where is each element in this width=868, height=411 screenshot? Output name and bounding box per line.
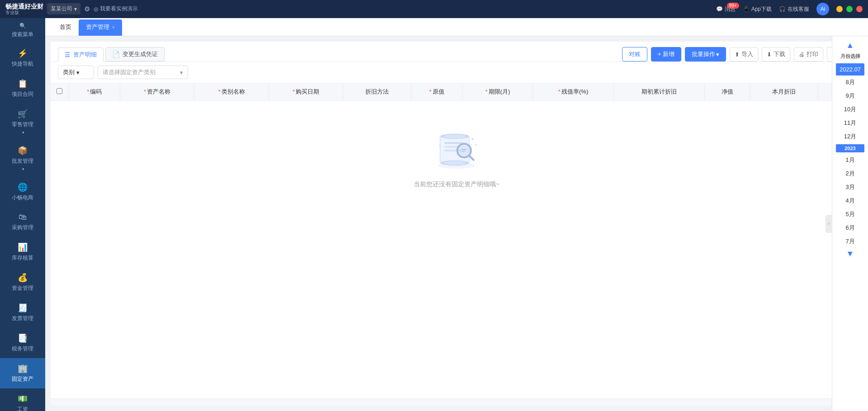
assets-table: *编码 *资产名称 *类别名称 *购买日期	[51, 83, 863, 216]
month-item-12[interactable]: 12月	[832, 130, 868, 143]
sidebar-label-tax: 税务管理	[12, 345, 33, 353]
sidebar-item-purchase[interactable]: 🛍 采购管理	[0, 207, 45, 237]
arrow-icon: ▾	[22, 130, 24, 135]
month-item-2023-4[interactable]: 4月	[832, 194, 868, 208]
toolbar-right: 对账 + 新增 批量操作 ▾ ⬆ 导入	[622, 47, 855, 61]
month-item-8[interactable]: 8月	[832, 76, 868, 89]
tab-close-icon[interactable]: ×	[112, 25, 115, 30]
category-input[interactable]: 请选择固定资产类别 ▾	[98, 66, 188, 79]
bottom-scrollbar[interactable]	[51, 398, 863, 406]
empty-state: ✦ ✦ ✦ 当前您还没有固定资产明细哦~	[51, 101, 863, 216]
svg-text:✦: ✦	[471, 137, 474, 141]
sidebar-item-tax[interactable]: 📑 税务管理	[0, 328, 45, 358]
category-select[interactable]: 类别 ▾	[58, 66, 94, 79]
import-button[interactable]: ⬆ 导入	[730, 47, 758, 61]
settings-icon[interactable]: ⚙	[84, 5, 90, 13]
svg-rect-14	[462, 151, 465, 152]
sidebar-item-fixed-assets[interactable]: 🏢 固定资产	[0, 358, 45, 388]
month-panel-up-button[interactable]: ▲	[832, 40, 868, 51]
tab-bar: 首页 资产管理 ×	[45, 18, 868, 36]
month-item-current[interactable]: 2022.07	[836, 63, 864, 76]
window-controls	[836, 6, 863, 12]
maximize-button[interactable]	[846, 6, 853, 12]
demo-button[interactable]: ◎ 我要看实例演示	[94, 5, 138, 13]
sidebar-item-inventory[interactable]: 📊 库存核算	[0, 237, 45, 267]
top-bar-right: 💬 消息 99+ 📱 App下载 🎧 在线客服 Ai	[716, 3, 829, 15]
payroll-icon: 💵	[18, 394, 28, 404]
sidebar-item-payroll[interactable]: 💵 工资	[0, 388, 45, 411]
subtab-change-voucher-label: 变更生成凭证	[123, 50, 158, 58]
sidebar-label-fixed-assets: 固定资产	[12, 375, 33, 383]
subtab-asset-detail[interactable]: ☰ 资产明细	[58, 47, 104, 62]
sidebar-item-retail[interactable]: 🛒 零售管理 ▾	[0, 104, 45, 140]
app-download-button[interactable]: 📱 App下载	[743, 5, 772, 13]
col-original-value: *原值	[411, 83, 462, 101]
messages-badge: 99+	[727, 3, 739, 9]
filter-bar: 类别 ▾ 请选择固定资产类别 ▾	[51, 62, 863, 83]
month-item-2023-3[interactable]: 3月	[832, 180, 868, 194]
tax-icon: 📑	[18, 333, 28, 343]
sidebar-item-quicknav[interactable]: ⚡ 快捷导航	[0, 43, 45, 73]
subtab-change-voucher[interactable]: 📄 变更生成凭证	[105, 47, 165, 61]
tab-asset-management[interactable]: 资产管理 ×	[79, 19, 122, 36]
sidebar-label-inventory: 库存核算	[12, 254, 33, 262]
month-item-2023-5[interactable]: 5月	[832, 208, 868, 221]
category-arrow-icon: ▾	[76, 69, 80, 76]
col-accumulated-depreciation: 期初累计折旧	[613, 83, 704, 101]
select-all-checkbox[interactable]	[57, 88, 62, 94]
month-item-9[interactable]: 9月	[832, 89, 868, 103]
sidebar-label-payroll: 工资	[17, 406, 28, 411]
col-depreciation-method: 折旧方法	[343, 83, 411, 101]
month-item-2023-6[interactable]: 6月	[832, 221, 868, 235]
empty-state-cell: ✦ ✦ ✦ 当前您还没有固定资产明细哦~	[51, 101, 863, 216]
company-selector[interactable]: 某某公司 ▾	[47, 3, 80, 14]
search-icon: 🔍	[19, 23, 26, 29]
month-item-2023-1[interactable]: 1月	[832, 153, 868, 167]
tab-asset-label: 资产管理	[86, 23, 109, 31]
minimize-button[interactable]	[836, 6, 843, 12]
category-placeholder: 请选择固定资产类别	[103, 68, 156, 76]
demo-label: 我要看实例演示	[100, 5, 138, 13]
batch-ops-button[interactable]: 批量操作 ▾	[685, 47, 726, 61]
batch-dropdown-icon: ▾	[716, 51, 719, 58]
svg-rect-3	[444, 142, 463, 144]
reconcile-button[interactable]: 对账	[622, 47, 647, 61]
download-icon: ⬇	[767, 51, 772, 58]
close-button[interactable]	[856, 6, 863, 12]
add-button[interactable]: + 新增	[651, 47, 681, 61]
month-item-10[interactable]: 10月	[832, 103, 868, 116]
month-item-2023-7[interactable]: 7月	[832, 235, 868, 248]
download-icon: 📱	[743, 6, 750, 12]
print-button[interactable]: 🖨 打印	[794, 47, 823, 61]
sidebar-item-finance[interactable]: 💰 资金管理	[0, 267, 45, 298]
month-item-2023-2[interactable]: 2月	[832, 167, 868, 180]
user-avatar[interactable]: Ai	[816, 3, 829, 15]
month-item-11[interactable]: 11月	[832, 116, 868, 130]
tab-home[interactable]: 首页	[52, 19, 79, 36]
sidebar-item-search[interactable]: 🔍 搜索菜单	[0, 18, 45, 43]
subtab-asset-detail-label: 资产明细	[73, 51, 97, 59]
current-month-label: 2022.07	[840, 66, 861, 73]
empty-text: 当前您还没有固定资产明细哦~	[414, 180, 500, 189]
messages-button[interactable]: 💬 消息 99+	[716, 5, 736, 13]
month-panel-down-button[interactable]: ▼	[832, 248, 868, 260]
sidebar-label-retail: 零售管理	[12, 121, 33, 128]
sidebar-item-ecom[interactable]: 🌐 小畅电商	[0, 177, 45, 207]
checkbox-header[interactable]	[51, 83, 69, 101]
purchase-icon: 🛍	[19, 213, 27, 222]
sidebar-item-batch[interactable]: 📦 批发管理 ▾	[0, 140, 45, 177]
main-content: ☰ 资产明细 📄 变更生成凭证 对账 + 新增	[45, 36, 868, 411]
download-label: 下载	[774, 50, 785, 58]
download-button[interactable]: ⬇ 下载	[762, 47, 790, 61]
reconcile-label: 对账	[629, 50, 641, 58]
sidebar-item-project[interactable]: 📋 项目合同	[0, 73, 45, 104]
sidebar-label-purchase: 采购管理	[12, 224, 33, 231]
panel-collapse-button[interactable]: ›	[826, 215, 832, 233]
sub-tabs: ☰ 资产明细 📄 变更生成凭证 对账 + 新增	[51, 42, 863, 62]
sidebar-label-project: 项目合同	[12, 90, 33, 98]
empty-state-row: ✦ ✦ ✦ 当前您还没有固定资产明细哦~	[51, 101, 863, 216]
col-name: *资产名称	[120, 83, 194, 101]
sidebar-item-invoice[interactable]: 🧾 发票管理	[0, 298, 45, 328]
svg-point-7	[443, 134, 466, 138]
customer-service-button[interactable]: 🎧 在线客服	[779, 5, 809, 13]
